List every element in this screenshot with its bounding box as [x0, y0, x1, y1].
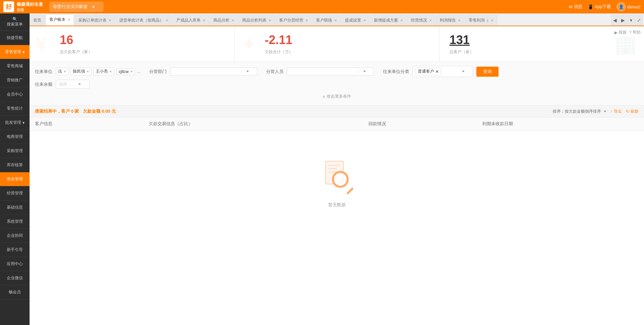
sidebar-item-member[interactable]: 畅会员 — [0, 285, 30, 299]
tab-close-product-analysis-list[interactable]: ✕ — [268, 19, 271, 22]
tab-customer-stratified[interactable]: 客户分层经营 ✕ — [275, 15, 312, 26]
export-button[interactable]: ↑ 导出 — [610, 109, 622, 114]
tab-goods-stats[interactable]: 进货单统计表（按商品） ✕ — [116, 15, 172, 26]
sidebar-item-newbie[interactable]: 新手引导 — [0, 243, 30, 257]
tab-production[interactable]: 产成品入库单 ✕ — [173, 15, 209, 26]
filter-tags-more[interactable]: ... — [137, 69, 140, 74]
stat-total-debt-customers: ¥ 16 总欠款客户（家） — [30, 26, 234, 62]
stat-debt-amount: ✦ -2.11 欠款合计（万） — [234, 26, 439, 62]
balance-chevron — [78, 83, 81, 85]
unit-class-label: 往来单位分类 — [383, 69, 409, 75]
video-link[interactable]: ▶ 视频 — [614, 30, 627, 35]
tab-close-customer-account[interactable]: ✕ — [68, 18, 70, 22]
app-download-button[interactable]: 📱 App下载 — [588, 4, 611, 10]
sidebar-item-quick-nav[interactable]: 快捷导航 — [0, 31, 30, 45]
tab-close-commission-settings[interactable]: ✕ — [363, 19, 366, 22]
filter-tags: 伍 ✕ 陈民强 ✕ 王小亮 ✕ — [56, 68, 140, 75]
query-button[interactable]: 查询 — [476, 67, 499, 77]
tab-customer-account[interactable]: 客户账本 ✕ — [46, 14, 74, 26]
collapse-row: ∧ 收起更多条件 — [35, 92, 639, 101]
tab-close-customer-stratified[interactable]: ✕ — [305, 19, 308, 22]
tab-close-goods-stats[interactable]: ✕ — [166, 19, 168, 22]
sidebar-item-marketing[interactable]: 营销推广 — [0, 73, 30, 87]
stat-total-customers-label: 总欠款客户（家） — [60, 49, 92, 55]
tab-product-analysis-list[interactable]: 商品分析列表 ✕ — [239, 15, 275, 26]
stats-bar: ¥ 16 总欠款客户（家） ✦ -2.11 欠款合计（万） 🏢 131 总客户（… — [30, 26, 644, 62]
balance-select[interactable]: 选择... — [56, 80, 89, 89]
sidebar-item-app-center[interactable]: 应用中心 — [0, 257, 30, 271]
sidebar-item-collab[interactable]: 企业协同 — [0, 229, 30, 243]
tab-product-analysis[interactable]: 商品分析 ✕ — [210, 15, 238, 26]
filter-tag-chen[interactable]: 陈民强 ✕ — [71, 68, 91, 75]
sidebar-item-finance[interactable]: 资金管理 — [0, 172, 30, 186]
col-repayment: 回款情况 — [363, 117, 477, 131]
sidebar-item-retail-mgmt[interactable]: 零售管理▾ — [0, 45, 30, 59]
tab-close-production[interactable]: ✕ — [203, 19, 205, 22]
tab-close-operations[interactable]: ✕ — [429, 19, 432, 22]
tab-operations[interactable]: 经营情况 ✕ — [407, 15, 435, 26]
tab-menu-button[interactable]: ▾ — [627, 15, 635, 26]
org-selector[interactable]: 母婴行业演示帐套 ▾ — [50, 2, 103, 11]
tab-close-purchase-order-stats[interactable]: ✕ — [109, 19, 111, 22]
refresh-button[interactable]: ↻ 刷新 — [626, 109, 639, 114]
remove-tag-chen[interactable]: ✕ — [86, 70, 89, 73]
sidebar-item-purchase[interactable]: 采购管理 — [0, 144, 30, 158]
tab-next-button[interactable]: ▶ — [619, 15, 627, 26]
app-logo: 好 — [3, 1, 14, 12]
col-due-date: 到期未收款日期 — [477, 117, 644, 131]
empty-text: 暂无数据 — [328, 202, 346, 208]
app-subtitle: 标版 — [17, 7, 43, 12]
collapse-button[interactable]: ∧ 收起更多条件 — [323, 94, 351, 99]
empty-illustration — [317, 157, 357, 198]
sidebar-item-inventory[interactable]: 库存核算 — [0, 158, 30, 172]
tab-home[interactable]: 首页 — [30, 15, 45, 26]
tab-close-product-analysis[interactable]: ✕ — [231, 19, 234, 22]
sidebar-item-basic-info[interactable]: 基础信息 — [0, 201, 30, 215]
sidebar-item-retail-stats[interactable]: 零售统计 — [0, 102, 30, 116]
sidebar-item-operations[interactable]: 经营管理 — [0, 186, 30, 201]
empty-state: 暂无数据 — [30, 131, 644, 235]
filter-tag-wang[interactable]: 王小亮 ✕ — [93, 68, 114, 75]
sort-select[interactable]: 排序：按欠款金额倒序排序 — [553, 109, 606, 114]
tab-close-profit-report[interactable]: ✕ — [458, 19, 461, 22]
sidebar-item-wholesale[interactable]: 批发管理▾ — [0, 116, 30, 130]
tab-retail-profit[interactable]: 零售利润（ ✕ — [465, 15, 497, 26]
person-select[interactable]: ··· — [287, 68, 374, 76]
balance-label: 往来余额 — [35, 81, 52, 87]
tab-purchase-order-stats[interactable]: 采购订单统计表 ✕ — [75, 15, 115, 26]
app-title: 畅捷通好生意 — [17, 1, 43, 7]
col-customer-info: 客户信息 — [30, 117, 143, 131]
remove-tag-cjttcw[interactable]: ✕ — [130, 70, 133, 73]
tab-close-add-commission[interactable]: ✕ — [400, 19, 403, 22]
filter-tag-cjttcw[interactable]: cjttcw ✕ — [116, 68, 135, 75]
sidebar-item-retail-mall[interactable]: 零售商城 — [0, 59, 30, 73]
video-help: ▶ 视频 ? 帮助 — [614, 30, 641, 35]
filter-tag-wu[interactable]: 伍 ✕ — [56, 68, 69, 75]
filter-area: 往来单位 伍 ✕ 陈民强 ✕ 王小亮 — [30, 62, 644, 106]
stat-total-customers2-value: 131 — [449, 33, 470, 47]
remove-tag-wang[interactable]: ✕ — [109, 70, 112, 73]
tab-prev-button[interactable]: ◀ — [611, 15, 618, 26]
tab-close-customer-contact[interactable]: ✕ — [334, 19, 337, 22]
tab-close-retail-profit[interactable]: ✕ — [491, 19, 493, 22]
tab-add-commission[interactable]: 新增提成方案 ✕ — [370, 15, 406, 26]
messages-button[interactable]: ✉ 消息 — [569, 4, 583, 10]
help-link[interactable]: ? 帮助 — [629, 30, 641, 35]
unit-class-select[interactable]: 普通客户 ✕ — [413, 66, 473, 77]
sidebar-item-ecommerce[interactable]: 电商管理 — [0, 130, 30, 144]
person-filter-label: 分管人员 — [266, 69, 284, 75]
sidebar: 🔍搜索菜单 快捷导航 零售管理▾ 零售商城 营销推广 会员中心 零售统计 批发管… — [0, 13, 30, 325]
data-table: 客户信息 欠款交易信息（占比） 回款情况 到期未收款日期 — [30, 117, 644, 235]
tab-commission-settings[interactable]: 提成设置 ✕ — [341, 15, 370, 26]
remove-customer-type[interactable]: ✕ — [435, 69, 439, 74]
sidebar-item-system[interactable]: 系统管理 — [0, 215, 30, 229]
user-avatar[interactable]: 👤 demo2 — [616, 2, 641, 11]
dept-select[interactable]: ··· — [170, 68, 257, 76]
sidebar-item-search[interactable]: 🔍搜索菜单 — [0, 13, 30, 31]
sidebar-item-wechat[interactable]: 企业微信 — [0, 271, 30, 285]
sidebar-item-member-center[interactable]: 会员中心 — [0, 87, 30, 102]
tab-expand-button[interactable]: ⤢ — [635, 15, 643, 26]
remove-tag-wu[interactable]: ✕ — [63, 70, 66, 73]
tab-profit-report[interactable]: 利润报告 ✕ — [436, 15, 464, 26]
tab-customer-contact[interactable]: 客户联络 ✕ — [312, 15, 341, 26]
